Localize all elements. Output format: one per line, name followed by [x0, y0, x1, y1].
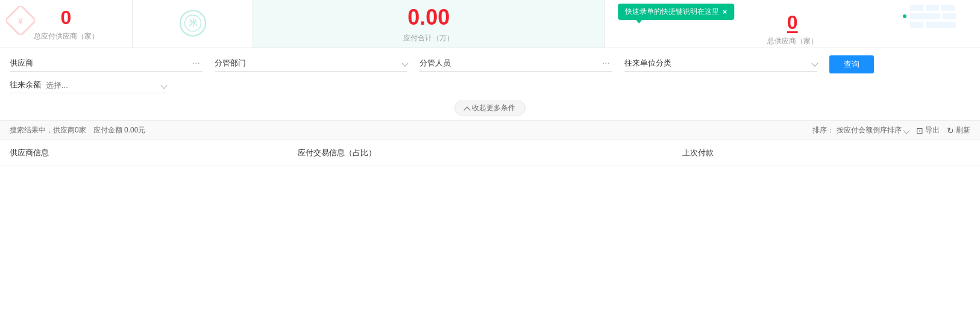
unit-type-label: 往来单位分类: [624, 58, 671, 69]
person-input[interactable]: [456, 58, 600, 67]
balance-label: 往来余额: [10, 79, 41, 90]
balance-field: 往来余额: [10, 79, 166, 93]
sort-label: 排序：: [812, 125, 834, 135]
results-actions: 排序： 按应付会额倒序排序 ⊡ 导出 ↻ 刷新: [812, 125, 970, 135]
collapse-chevron-icon: [465, 104, 470, 113]
supplier-label: 供应商: [10, 58, 34, 69]
collapse-bar: 收起更多条件: [10, 98, 970, 120]
filter-row-1: 供应商 ··· 分管部门 分管人员 ··· 往来单位分类 查询: [10, 55, 970, 73]
sort-chevron-icon: [904, 126, 909, 135]
table-header: 供应商信息 应付交易信息（占比） 上次付款: [0, 140, 980, 166]
dept-field[interactable]: 分管部门: [215, 58, 407, 72]
supplier-dots[interactable]: ···: [190, 58, 203, 69]
refresh-icon: ↻: [947, 126, 954, 135]
logo-diamond-icon: ¥: [6, 6, 35, 37]
stats-bar: ¥ 0 总应付供应商（家） 米 0.00 应付合计（万） 快速录单的快捷键说明在…: [0, 0, 980, 48]
filter-row-2: 往来余额: [10, 79, 970, 93]
dept-chevron-icon[interactable]: [403, 58, 407, 67]
results-bar: 搜索结果中，供应商0家 应付金额 0.00元 排序： 按应付会额倒序排序 ⊡ 导…: [0, 120, 980, 140]
payable-suppliers-label: 总应付供应商（家）: [34, 31, 99, 42]
stat-total-suppliers: 快速录单的快捷键说明在这里 × 0 总供应商（家）: [605, 0, 981, 48]
total-suppliers-count: 0: [787, 11, 798, 34]
balance-input[interactable]: [46, 81, 159, 90]
tooltip-close-icon[interactable]: ×: [723, 7, 727, 16]
table-col3-header: 上次付款: [682, 147, 970, 158]
stat-payable-suppliers: ¥ 0 总应付供应商（家）: [0, 0, 133, 48]
panel-boxes-decoration: [910, 5, 956, 28]
export-label: 导出: [925, 125, 940, 135]
sort-value: 按应付会额倒序排序: [837, 125, 902, 135]
tooltip-balloon[interactable]: 快速录单的快捷键说明在这里 ×: [618, 4, 735, 20]
supplier-input[interactable]: [39, 58, 190, 67]
svg-text:米: 米: [187, 17, 198, 28]
filter-area: 供应商 ··· 分管部门 分管人员 ··· 往来单位分类 查询 往来余额: [0, 48, 980, 120]
unit-type-field[interactable]: 往来单位分类: [624, 58, 817, 72]
payable-total-label: 应付合计（万）: [403, 33, 454, 43]
query-button[interactable]: 查询: [829, 55, 874, 73]
person-dots[interactable]: ···: [600, 58, 612, 69]
person-label: 分管人员: [419, 58, 451, 69]
content-area: [0, 166, 980, 287]
table-col1-header: 供应商信息: [10, 147, 298, 158]
dept-label: 分管部门: [215, 58, 246, 69]
stat-payable-total: 0.00 应付合计（万）: [253, 0, 605, 48]
payable-suppliers-count: 0: [61, 6, 72, 29]
sort-button[interactable]: 排序： 按应付会额倒序排序: [812, 125, 909, 135]
pig-icon: 米: [175, 6, 211, 42]
results-amount-text: 应付金额 0.00元: [93, 125, 146, 135]
person-field: 分管人员 ···: [419, 58, 612, 72]
results-count-text: 搜索结果中，供应商0家: [10, 125, 86, 135]
table-col2-header: 应付交易信息（占比）: [298, 147, 682, 158]
total-suppliers-label: 总供应商（家）: [767, 36, 818, 46]
refresh-label: 刷新: [956, 125, 970, 135]
supplier-field: 供应商 ···: [10, 58, 203, 72]
payable-total-count: 0.00: [407, 4, 450, 30]
tooltip-dot-indicator: [897, 13, 908, 19]
results-summary: 搜索结果中，供应商0家 应付金额 0.00元: [10, 125, 145, 135]
collapse-label: 收起更多条件: [472, 103, 515, 113]
unit-type-chevron-icon[interactable]: [812, 58, 817, 67]
balance-chevron-icon[interactable]: [162, 81, 166, 90]
total-suppliers-content: 0 总供应商（家）: [767, 11, 818, 46]
export-button[interactable]: ⊡ 导出: [916, 125, 940, 135]
svg-text:¥: ¥: [18, 16, 23, 26]
tooltip-text: 快速录单的快捷键说明在这里: [625, 7, 719, 17]
export-icon: ⊡: [916, 126, 923, 135]
collapse-button[interactable]: 收起更多条件: [454, 101, 526, 116]
stat-icon-area: 米: [133, 0, 253, 48]
refresh-button[interactable]: ↻ 刷新: [947, 125, 970, 135]
